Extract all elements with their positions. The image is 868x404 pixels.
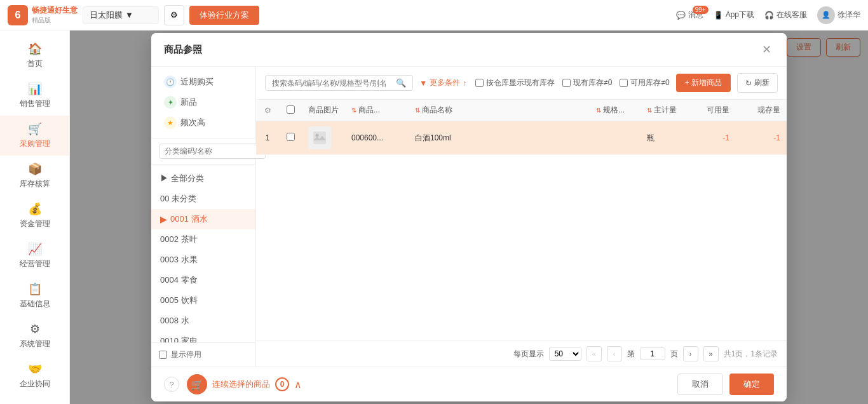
th-settings[interactable]: ⚙: [256, 100, 279, 121]
sidebar-item-basic[interactable]: 📋 基础信息: [0, 276, 69, 316]
next-page-button[interactable]: ›: [683, 346, 698, 361]
filter-icon: ▼: [419, 79, 427, 88]
category-search-area: «: [151, 138, 255, 165]
product-table-container: ⚙ 商品图片: [256, 100, 787, 340]
select-all-checkbox[interactable]: [287, 105, 295, 114]
avatar: 👤: [817, 6, 835, 24]
cat-all[interactable]: ▶ 全部分类: [151, 168, 255, 189]
confirm-button[interactable]: 确定: [729, 374, 774, 395]
modal-footer: ? 🛒 连续选择的商品 0 ∧ 取消 确定: [151, 367, 787, 401]
filter-stock-nonzero-checkbox[interactable]: [562, 79, 571, 87]
page-suffix: 页: [670, 349, 678, 360]
th-code[interactable]: ⇅ 商品...: [345, 100, 409, 121]
page-label: 第: [627, 349, 635, 360]
modal-body: 🕐 近期购买 ✦ 新品 ★ 频次高: [151, 67, 787, 367]
product-search-input[interactable]: [272, 79, 392, 88]
filter-by-warehouse-checkbox[interactable]: [475, 79, 484, 87]
cart-collapse-button[interactable]: ∧: [294, 379, 302, 391]
exp-button[interactable]: 体验行业方案: [189, 6, 259, 25]
cat-item-00[interactable]: 00 未分类: [151, 189, 255, 209]
cat-item-0008[interactable]: 0008 水: [151, 311, 255, 331]
cancel-button[interactable]: 取消: [677, 374, 723, 395]
filter-by-warehouse[interactable]: 按仓库显示现有库存: [475, 77, 555, 88]
cat-item-0003[interactable]: 0003 水果: [151, 250, 255, 270]
sidebar-item-system[interactable]: ⚙ 系统管理: [0, 316, 69, 356]
top-nav: 6 畅捷通好生意 精品版 日太阳膜 ▼ ⚙ 体验行业方案 💬 消息 99+ 📱 …: [0, 0, 868, 30]
sidebar-item-finance[interactable]: 💰 资金管理: [0, 196, 69, 236]
product-image: [308, 126, 331, 149]
filter-avail-nonzero-checkbox[interactable]: [620, 79, 628, 87]
category-list: ▶ 全部分类 00 未分类 ▶ 0001 酒水 0002 茶叶: [151, 165, 255, 342]
row-code: 000600...: [345, 121, 409, 155]
quick-new[interactable]: ✦ 新品: [159, 92, 248, 112]
user-item[interactable]: 👤 徐泽华: [817, 6, 860, 24]
row-img-cell: [302, 121, 345, 155]
row-num: 1: [256, 121, 279, 155]
total-info: 共1页，1条记录: [724, 349, 778, 360]
service-item[interactable]: 🎧 在线客服: [764, 10, 807, 20]
sort-unit-icon: ⇅: [647, 107, 652, 114]
message-nav-item[interactable]: 💬 消息 99+: [676, 10, 703, 20]
sidebar-item-inventory[interactable]: 📦 库存核算: [0, 156, 69, 196]
search-icon[interactable]: 🔍: [396, 78, 406, 88]
th-avail[interactable]: 可用量: [685, 100, 736, 121]
prev-page-button[interactable]: ‹: [607, 346, 622, 361]
th-spec[interactable]: ⇅ 规格...: [590, 100, 641, 121]
page-number-input[interactable]: [640, 347, 665, 360]
th-stock[interactable]: 现存量: [736, 100, 787, 121]
warehouse-dropdown[interactable]: 日太阳膜 ▼: [83, 6, 159, 24]
cat-item-0010[interactable]: 0010 家电: [151, 331, 255, 342]
add-product-button[interactable]: + 新增商品: [676, 74, 731, 92]
filter-stock-nonzero[interactable]: 现有库存≠0: [562, 77, 612, 88]
row-spec: [590, 121, 641, 155]
show-disabled-label[interactable]: 显示停用: [171, 349, 201, 360]
content-panel: 🔍 ▼ 更多条件 ↑ 按仓库显示现有库存: [256, 67, 787, 367]
show-disabled-checkbox[interactable]: [159, 351, 167, 359]
table-row[interactable]: 1: [256, 121, 787, 155]
sidebar-item-purchase[interactable]: 🛒 采购管理: [0, 116, 69, 156]
app-logo: 6: [8, 5, 28, 25]
row-avail: -1: [685, 121, 736, 155]
main-content: 查询 设置 刷新 商品参照 ✕ 🕐: [70, 30, 868, 404]
quick-recent[interactable]: 🕐 近期购买: [159, 72, 248, 92]
row-checkbox-cell: [279, 121, 302, 155]
category-search-input[interactable]: [159, 144, 266, 159]
footer-buttons: 取消 确定: [677, 374, 774, 395]
cat-item-0001[interactable]: ▶ 0001 酒水: [151, 209, 255, 229]
settings-icon[interactable]: ⚙: [164, 5, 184, 25]
cart-icon[interactable]: 🛒: [187, 374, 207, 394]
filter-avail-nonzero[interactable]: 可用库存≠0: [620, 77, 669, 88]
svg-point-1: [316, 134, 319, 137]
cart-text: 连续选择的商品: [212, 379, 270, 390]
th-name[interactable]: ⇅ 商品名称: [409, 100, 590, 121]
product-table: ⚙ 商品图片: [256, 100, 787, 155]
help-button[interactable]: ?: [164, 377, 179, 392]
refresh-table-button[interactable]: ↻ 刷新: [737, 73, 778, 93]
sidebar-item-guide[interactable]: 📖 新手引导: [0, 396, 69, 404]
table-gear-icon[interactable]: ⚙: [264, 106, 271, 115]
sidebar-item-home[interactable]: 🏠 首页: [0, 36, 69, 76]
app-download-item[interactable]: 📱 App下载: [714, 10, 754, 20]
cat-item-0004[interactable]: 0004 零食: [151, 270, 255, 290]
cat-item-0005[interactable]: 0005 饮料: [151, 290, 255, 311]
th-unit[interactable]: ⇅ 主计量: [641, 100, 685, 121]
modal-close-button[interactable]: ✕: [759, 42, 774, 57]
cat-item-0002[interactable]: 0002 茶叶: [151, 229, 255, 250]
sidebar-item-business[interactable]: 📈 经营管理: [0, 236, 69, 276]
first-page-button[interactable]: «: [587, 346, 602, 361]
sidebar-item-collab[interactable]: 🤝 企业协同: [0, 356, 69, 396]
quick-freq[interactable]: ★ 频次高: [159, 112, 248, 133]
row-checkbox[interactable]: [287, 133, 295, 141]
product-search-box: 🔍: [265, 75, 413, 91]
message-icon: 💬: [676, 11, 686, 20]
finance-icon: 💰: [28, 202, 42, 216]
page-size-select[interactable]: 20 50 100: [549, 347, 581, 361]
brand-text: 畅捷通好生意 精品版: [32, 5, 78, 25]
last-page-button[interactable]: »: [703, 346, 719, 361]
modal-title: 商品参照: [164, 44, 202, 56]
sidebar-item-sales[interactable]: 📊 销售管理: [0, 76, 69, 116]
recent-icon: 🕐: [164, 76, 177, 88]
filter-more-button[interactable]: ▼ 更多条件 ↑: [419, 77, 466, 88]
quick-access: 🕐 近期购买 ✦ 新品 ★ 频次高: [151, 67, 255, 138]
th-checkbox: [279, 100, 302, 121]
